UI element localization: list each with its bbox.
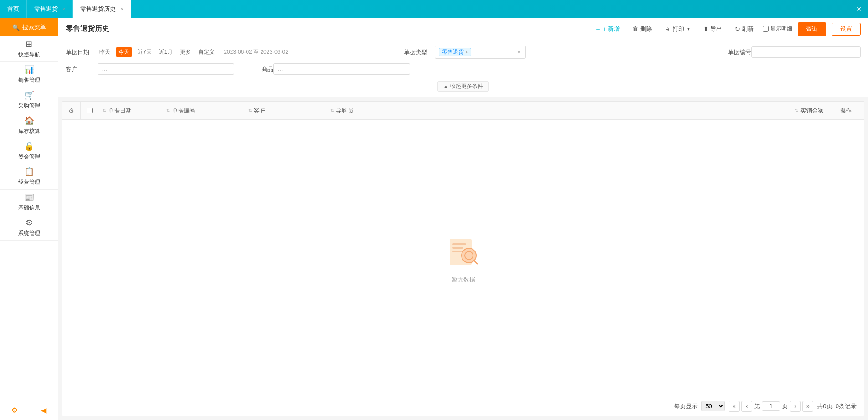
- export-button[interactable]: ⬆ 导出: [700, 23, 726, 35]
- date-label: 单据日期: [66, 48, 98, 56]
- svg-rect-3: [452, 251, 462, 252]
- collapse-button[interactable]: ▲ 收起更多条件: [437, 81, 489, 92]
- sidebar-search-label: 搜索菜单: [22, 23, 46, 31]
- svg-rect-1: [452, 243, 466, 245]
- tab-home[interactable]: 首页: [0, 0, 27, 18]
- page-input[interactable]: [762, 401, 780, 411]
- customer-input[interactable]: [98, 63, 234, 75]
- tab-return-history-label: 零售退货历史: [80, 5, 116, 13]
- new-button[interactable]: ＋ + 新增: [591, 23, 623, 35]
- sidebar-item-sales-mgmt[interactable]: 📊 销售管理: [0, 62, 58, 87]
- tab-return-history[interactable]: 零售退货历史 ×: [73, 0, 131, 18]
- settings-button[interactable]: 设置: [832, 23, 861, 36]
- th-order-label: 单据编号: [172, 107, 195, 115]
- th-action-label: 操作: [840, 107, 852, 115]
- th-settings[interactable]: ⚙: [62, 102, 81, 120]
- sidebar-item-basic-info[interactable]: 📰 基础信息: [0, 190, 58, 215]
- delete-button[interactable]: 🗑 删除: [629, 23, 656, 35]
- th-checkbox[interactable]: [81, 108, 99, 113]
- sort-icon-guide[interactable]: ⇅: [330, 108, 334, 113]
- finance-icon: 🔒: [24, 141, 34, 151]
- sidebar-item-inventory[interactable]: 🏠 库存核算: [0, 113, 58, 138]
- print-label: 打印: [673, 25, 684, 33]
- sidebar-item-quick-nav[interactable]: ⊞ 快捷导航: [0, 36, 58, 62]
- page-first-icon: «: [733, 403, 736, 410]
- sidebar-item-operations-label: 经营管理: [18, 179, 40, 186]
- sidebar-settings-icon[interactable]: ⚙: [11, 406, 18, 415]
- goods-label: 商品: [262, 65, 273, 73]
- filter-section: 单据日期 昨天 今天 近7天 近1月 更多 自定义 2023-06-02 至 2…: [58, 40, 868, 97]
- page-prev-button[interactable]: ‹: [741, 401, 752, 412]
- sidebar-search[interactable]: 🔍 搜索菜单: [0, 18, 58, 36]
- sidebar-item-system[interactable]: ⚙ 系统管理: [0, 215, 58, 241]
- show-detail-input[interactable]: [763, 26, 769, 32]
- sidebar-collapse-icon[interactable]: ◀: [41, 406, 46, 415]
- th-action: 操作: [827, 107, 864, 115]
- delete-icon: 🗑: [632, 26, 638, 32]
- pagination-summary: 共0页, 0条记录: [817, 402, 857, 410]
- type-select[interactable]: 零售退货 × ▼: [435, 46, 526, 59]
- page-size-label: 每页显示: [674, 402, 698, 410]
- date-btn-today[interactable]: 今天: [116, 47, 132, 57]
- id-label: 单据编号: [728, 48, 751, 56]
- page-last-icon: »: [806, 403, 810, 410]
- sort-icon-amount[interactable]: ⇅: [795, 108, 798, 113]
- quick-nav-icon: ⊞: [26, 39, 32, 49]
- type-tag-label: 零售退货: [442, 48, 464, 56]
- type-tag-close[interactable]: ×: [466, 50, 468, 55]
- sidebar-item-purchase-mgmt-label: 采购管理: [18, 102, 40, 110]
- sort-icon-order[interactable]: ⇅: [166, 108, 170, 113]
- sort-icon-customer[interactable]: ⇅: [248, 108, 252, 113]
- tab-return-close[interactable]: ×: [62, 6, 65, 12]
- date-btn-1month[interactable]: 近1月: [157, 47, 175, 57]
- sort-icon-date[interactable]: ⇅: [103, 108, 106, 113]
- toolbar: ＋ + 新增 🗑 删除 🖨 打印 ▼ ⬆ 导出 ↻: [591, 22, 861, 36]
- print-button[interactable]: 🖨 打印 ▼: [661, 23, 694, 35]
- sidebar-item-system-label: 系统管理: [18, 230, 40, 237]
- tab-return[interactable]: 零售退货 ×: [27, 0, 73, 18]
- sidebar-item-finance[interactable]: 🔒 资金管理: [0, 138, 58, 164]
- sidebar-item-inventory-label: 库存核算: [18, 128, 40, 135]
- type-dropdown-icon: ▼: [517, 50, 522, 55]
- id-input[interactable]: [751, 46, 861, 58]
- th-guide-label: 导购员: [336, 107, 354, 115]
- sales-mgmt-icon: 📊: [24, 65, 34, 75]
- sidebar-item-basic-info-label: 基础信息: [18, 204, 40, 212]
- page-header: 零售退货历史 ＋ + 新增 🗑 删除 🖨 打印 ▼ ⬆ 导出: [58, 18, 868, 40]
- date-btn-yesterday[interactable]: 昨天: [98, 47, 112, 57]
- page-last-button[interactable]: »: [802, 401, 813, 412]
- date-range-text: 2023-06-02 至 2023-06-02: [224, 48, 288, 56]
- search-icon: 🔍: [12, 24, 20, 31]
- customer-label: 客户: [66, 65, 98, 73]
- page-first-button[interactable]: «: [729, 401, 740, 412]
- sidebar-item-purchase-mgmt[interactable]: 🛒 采购管理: [0, 87, 58, 113]
- date-btn-more[interactable]: 更多: [178, 47, 193, 57]
- page-label: 第: [754, 402, 760, 410]
- sidebar: 🔍 搜索菜单 ⊞ 快捷导航 📊 销售管理 🛒 采购管理 🏠 库存核算 🔒 资金管…: [0, 18, 58, 420]
- inventory-icon: 🏠: [24, 116, 34, 126]
- total-pages-label: 页: [782, 402, 788, 410]
- date-btn-7days[interactable]: 近7天: [136, 47, 154, 57]
- operations-icon: 📋: [24, 167, 34, 177]
- type-label: 单据类型: [404, 48, 427, 56]
- page-title: 零售退货历史: [66, 24, 591, 34]
- show-detail-checkbox[interactable]: 显示明细: [763, 25, 792, 33]
- sidebar-item-operations[interactable]: 📋 经营管理: [0, 164, 58, 190]
- th-customer: ⇅ 客户: [245, 107, 327, 115]
- th-amount-label: 实销金额: [800, 107, 824, 115]
- main-layout: 🔍 搜索菜单 ⊞ 快捷导航 📊 销售管理 🛒 采购管理 🏠 库存核算 🔒 资金管…: [0, 18, 868, 420]
- window-close-button[interactable]: ×: [850, 0, 868, 18]
- date-btn-custom[interactable]: 自定义: [196, 47, 216, 57]
- table-footer: 每页显示 50 100 200 « ‹ 第 页: [62, 396, 864, 416]
- page-size-select[interactable]: 50 100 200: [701, 401, 725, 411]
- print-icon: 🖨: [665, 26, 671, 32]
- goods-input[interactable]: [273, 63, 410, 75]
- tab-return-history-close[interactable]: ×: [120, 6, 123, 12]
- refresh-button[interactable]: ↻ 刷新: [731, 23, 757, 35]
- th-date-label: 单据日期: [108, 107, 132, 115]
- query-button[interactable]: 查询: [798, 22, 826, 36]
- select-all-checkbox[interactable]: [87, 108, 93, 113]
- page-next-button[interactable]: ›: [790, 401, 801, 412]
- sidebar-item-sales-mgmt-label: 销售管理: [18, 77, 40, 84]
- table-wrapper: ⚙ ⇅ 单据日期 ⇅ 单据编号 ⇅ 客户 ⇅: [62, 101, 864, 416]
